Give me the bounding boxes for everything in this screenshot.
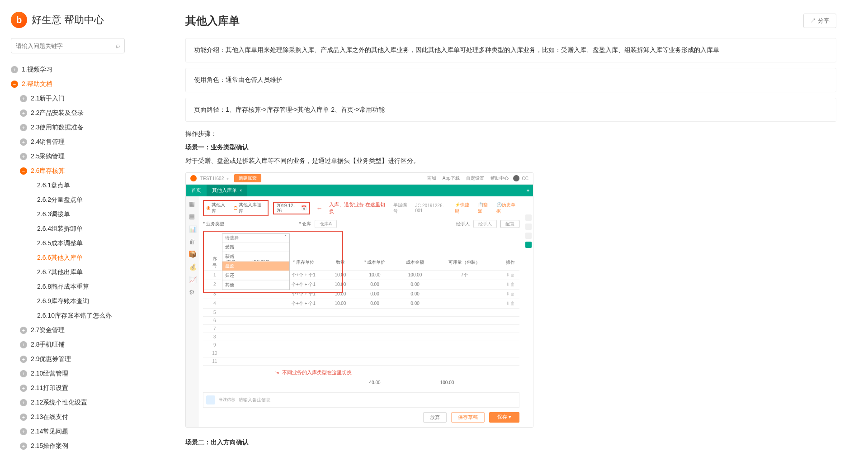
table-row: 7 — [203, 324, 519, 333]
share-button[interactable]: ↗ 分享 — [803, 14, 836, 28]
nav-item[interactable]: 2.6.7其他出库单 — [11, 265, 125, 280]
nav-item-label: 2.13在线支付 — [31, 413, 68, 421]
nav-item-label: 2.6.10库存账本错了怎么办 — [37, 312, 112, 320]
rail-icon: 📈 — [189, 276, 195, 282]
annotation-text: 入库、退货业务 在这里切换 — [329, 201, 389, 215]
nav-item-label: 2.1新手入门 — [31, 95, 65, 103]
shot-save-button: 保存 ▾ — [489, 412, 519, 423]
shot-totals: 40.00 100.00 — [203, 378, 519, 387]
table-row: 6 — [203, 316, 519, 324]
nav-item-label: 2.2产品安装及登录 — [31, 109, 84, 117]
nav-item[interactable]: +2.14常见问题 — [11, 424, 125, 439]
path-text: 1、库存核算->库存管理->其他入库单 2、首页->常用功能 — [226, 106, 385, 113]
scene1-text: 对于受赠、盘盈或是拆装入库等不同的业务，是通过单据头【业务类型】进行区分。 — [185, 155, 836, 167]
table-row: 9 — [203, 341, 519, 349]
nav-item-label: 2.15操作案例 — [31, 442, 68, 450]
main-content: 其他入库单 ↗ 分享 功能介绍：其他入库单用来处理除采购入库、产成品入库之外的其… — [136, 0, 868, 452]
nav-item-label: 2.6.6其他入库单 — [37, 254, 83, 262]
shot-biztype-label: * 业务类型 — [203, 221, 224, 227]
nav-item[interactable]: −2.帮助文档 — [11, 77, 125, 91]
shot-link-app: App下载 — [443, 175, 460, 181]
nav-item[interactable]: 2.6.9库存账本查询 — [11, 294, 125, 309]
shot-tabbar: 首页 其他入库单× + — [186, 185, 533, 196]
shot-form: 其他入库 其他入库退库 2019-12-26📅 ← 入库、退货业务 在这里切换 … — [198, 196, 524, 427]
table-row: 8 — [203, 333, 519, 341]
nav-item[interactable]: 2.6.5成本调整单 — [11, 236, 125, 251]
nav-item-label: 2.10经营管理 — [31, 370, 68, 378]
nav-item[interactable]: +2.1新手入门 — [11, 91, 125, 106]
nav-item[interactable]: +2.7资金管理 — [11, 323, 125, 338]
intro-block: 功能介绍：其他入库单用来处理除采购入库、产成品入库之外的其他入库业务，因此其他入… — [185, 38, 836, 62]
expand-icon: + — [20, 124, 27, 131]
nav-item-label: 2.6.3调拨单 — [37, 210, 70, 219]
nav-item[interactable]: 2.6.6其他入库单 — [11, 251, 125, 265]
nav-item[interactable]: +2.2产品安装及登录 — [11, 106, 125, 120]
shot-remark: 备注信息 请输入备注信息 — [203, 392, 519, 408]
shot-biztype-dropdown: 请选择˄ 受赠获赠盘盈归还其他 — [222, 233, 290, 290]
shot-right-rail — [524, 196, 533, 427]
nav-item[interactable]: 2.6.3调拨单 — [11, 207, 125, 222]
search-input[interactable] — [11, 38, 125, 53]
nav-item[interactable]: +2.3使用前数据准备 — [11, 120, 125, 135]
search-box: ⌕ — [11, 38, 125, 53]
nav-item-label: 2.6.8商品成本重算 — [37, 283, 89, 291]
rail-pill-icon — [525, 214, 532, 221]
dropdown-option: 其他 — [222, 280, 289, 290]
nav-item[interactable]: 2.6.8商品成本重算 — [11, 280, 125, 294]
shot-left-rail: ▦ ▤ 📊 🗑 📦 💰 📈 ⚙ — [186, 196, 198, 427]
expand-icon: + — [20, 442, 27, 450]
expand-icon: + — [20, 399, 27, 406]
expand-icon: + — [20, 428, 27, 435]
shot-account: TEST-H602 — [200, 176, 224, 181]
search-icon[interactable]: ⌕ — [116, 42, 120, 50]
nav-item[interactable]: +2.11打印设置 — [11, 381, 125, 395]
shot-draft-button: 保存草稿 — [451, 412, 485, 423]
nav-item[interactable]: +2.4销售管理 — [11, 135, 125, 149]
annotation-text-2: 不同业务的入库类型在这里切换 — [275, 369, 519, 376]
scene2-text1: 无论是受赠，还是其他类型的业务，由于入库商品质量等原因，需要退回，这时可通过单据… — [185, 450, 836, 452]
shot-history: 🕘历史单据 — [496, 202, 519, 214]
role-text: 通常由仓管人员维护 — [226, 76, 283, 83]
nav-item[interactable]: +1.视频学习 — [11, 62, 125, 77]
nav-item[interactable]: −2.6库存核算 — [11, 164, 125, 178]
steps-label: 操作步骤： — [185, 130, 836, 138]
table-row: 10 — [203, 349, 519, 357]
rail-icon: ▤ — [189, 213, 195, 219]
shot-date: 2019-12-26📅 — [273, 202, 310, 214]
rail-icon-active: 📦 — [189, 251, 195, 257]
nav-item[interactable]: +2.5采购管理 — [11, 149, 125, 164]
radio-icon — [207, 206, 210, 210]
nav-item-label: 2.6.7其他出库单 — [37, 268, 83, 276]
shot-cancel-button: 放弃 — [423, 412, 447, 423]
rail-icon: ⚙ — [189, 289, 195, 295]
nav-item-label: 2.5采购管理 — [31, 152, 65, 161]
dropdown-option: 归还 — [222, 271, 289, 280]
rail-pill-icon — [525, 233, 532, 239]
nav-item[interactable]: +2.15操作案例 — [11, 439, 125, 452]
shot-actions: 放弃 保存草稿 保存 ▾ — [203, 412, 519, 423]
nav-item[interactable]: 2.6.10库存账本错了怎么办 — [11, 309, 125, 323]
shot-wh-value: 仓库A — [315, 220, 337, 228]
annotation-arrow-icon: ← — [316, 205, 323, 212]
nav-item[interactable]: 2.6.1盘点单 — [11, 178, 125, 193]
nav-item[interactable]: +2.8手机旺铺 — [11, 338, 125, 352]
total-amt: 100.00 — [429, 380, 465, 385]
nav-item[interactable]: +2.13在线支付 — [11, 410, 125, 424]
expand-icon: + — [20, 341, 27, 348]
shot-quick: ⚡快捷键 — [455, 202, 473, 214]
app-title: 好生意 帮助中心 — [32, 13, 104, 27]
total-qty: 40.00 — [357, 380, 393, 385]
nav-item[interactable]: +2.9优惠券管理 — [11, 352, 125, 366]
nav-item[interactable]: +2.12系统个性化设置 — [11, 395, 125, 410]
nav-item[interactable]: +2.10经营管理 — [11, 366, 125, 381]
shot-tab-home: 首页 — [186, 185, 207, 196]
nav-item[interactable]: 2.6.2分量盘点单 — [11, 193, 125, 207]
nav-item-label: 2.6.4组装拆卸单 — [37, 225, 83, 233]
shot-avatar-icon — [513, 175, 519, 181]
nav-item[interactable]: 2.6.4组装拆卸单 — [11, 222, 125, 236]
shot-wh-label: * 仓库 — [299, 221, 311, 227]
rail-icon: 💰 — [189, 263, 195, 270]
remark-label: 备注信息 — [219, 397, 235, 403]
shot-link-settings: 自定设置 — [466, 175, 484, 181]
scene2-title: 场景二：出入方向确认 — [185, 438, 836, 447]
